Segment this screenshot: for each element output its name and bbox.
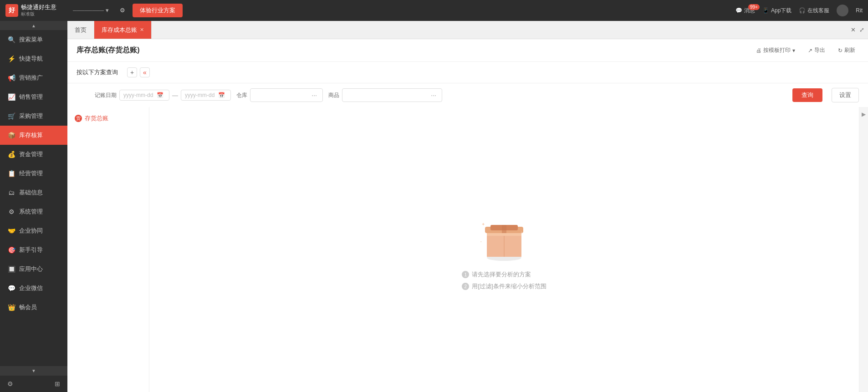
flash-icon: ⚡ [7, 55, 15, 63]
cart-icon: 🛒 [7, 112, 15, 120]
printer-icon: 🖨 [756, 47, 761, 54]
print-btn[interactable]: 🖨 按模板打印 ▾ [752, 45, 799, 56]
goods-filter-field: 商品 ··· [328, 88, 442, 102]
svg-text:✦: ✦ [481, 222, 485, 227]
sidebar-item-label: 快捷导航 [19, 55, 43, 63]
scheme-item-stock-total[interactable]: 货 存货总账 [67, 111, 149, 126]
clipboard-icon: 📋 [7, 169, 15, 178]
svg-text:✦: ✦ [520, 230, 523, 234]
message-icon: 💬 [735, 7, 742, 14]
refresh-btn[interactable]: ↻ 刷新 [834, 45, 859, 56]
sidebar-settings-btn[interactable]: ⚙ [7, 380, 13, 387]
sidebar-item-search[interactable]: 🔍 搜索菜单 [0, 30, 67, 49]
sidebar: ▲ 🔍 搜索菜单 ⚡ 快捷导航 📢 营销推广 📈 销售管理 🛒 采购管理 [0, 21, 67, 392]
sidebar-item-system[interactable]: ⚙ 系统管理 [0, 202, 67, 221]
export-label: 导出 [814, 46, 825, 54]
sidebar-item-cooperation[interactable]: 🤝 企业协同 [0, 221, 67, 240]
goods-label: 商品 [328, 92, 339, 99]
sidebar-item-vip[interactable]: 👑 畅会员 [0, 298, 67, 317]
svg-text:•: • [480, 240, 482, 243]
sidebar-item-guide[interactable]: 🎯 新手引导 [0, 240, 67, 260]
page-close-right[interactable]: ✕ ⤢ [847, 26, 868, 33]
sidebar-item-label: 搜索菜单 [19, 36, 43, 44]
logo-main-text: 畅捷通好生意 [21, 4, 56, 11]
chart-icon: 📈 [7, 93, 15, 101]
close-icon: ✕ [851, 26, 856, 33]
top-header: 好 畅捷通好生意 标准版 ──────── ▾ ⚙ 体验行业方案 💬 消息 99… [0, 0, 868, 21]
sidebar-item-label: 采购管理 [19, 112, 43, 120]
sidebar-item-marketing[interactable]: 📢 营销推广 [0, 68, 67, 87]
empty-state: ✦ ✦ • 1 请先选择要分析的方案 [462, 209, 546, 290]
industry-btn[interactable]: 体验行业方案 [133, 4, 183, 17]
logo-area: 好 畅捷通好生意 标准版 [5, 4, 56, 18]
phone-icon: 📱 [762, 7, 769, 14]
calendar-icon: 📅 [157, 92, 163, 98]
chevron-down-icon: ▾ [106, 7, 109, 14]
sidebar-item-apps[interactable]: 🔲 应用中心 [0, 260, 67, 279]
nav-selector[interactable]: ──────── ▾ [69, 5, 112, 15]
tab-home-label: 首页 [75, 26, 87, 34]
warehouse-select[interactable]: ··· [250, 88, 323, 102]
date-separator: — [172, 92, 178, 99]
content-area: 首页 库存成本总账 ✕ ✕ ⤢ 库存总账(存货总账) 🖨 按模板打印 ▾ [67, 21, 868, 392]
message-badge: 99+ [748, 4, 760, 10]
sidebar-expand-btn[interactable]: ⊞ [55, 380, 60, 387]
empty-step2: 2 用[过滤]条件来缩小分析范围 [462, 282, 546, 290]
nav-selector-text: ──────── [73, 7, 104, 14]
filter-label: 按以下方案查询 [77, 68, 118, 76]
sidebar-item-sales[interactable]: 📈 销售管理 [0, 87, 67, 107]
setting-btn[interactable]: 设置 [832, 88, 859, 102]
gear-icon: ⚙ [7, 208, 15, 216]
tab-home[interactable]: 首页 [67, 21, 94, 39]
sidebar-items: 🔍 搜索菜单 ⚡ 快捷导航 📢 营销推广 📈 销售管理 🛒 采购管理 📦 [0, 30, 67, 366]
wechat-icon: 💬 [7, 284, 15, 292]
ellipsis-goods-icon[interactable]: ··· [429, 91, 438, 100]
date-end-placeholder: yyyy-mm-dd [185, 92, 214, 98]
sidebar-item-label: 新手引导 [19, 246, 43, 254]
right-panel-collapse-btn[interactable]: ▶ [860, 111, 868, 118]
online-support-label: 在线客服 [807, 7, 829, 15]
page-actions: 🖨 按模板打印 ▾ ↗ 导出 ↻ 刷新 [752, 45, 859, 56]
sidebar-item-quick-nav[interactable]: ⚡ 快捷导航 [0, 49, 67, 68]
refresh-label: 刷新 [844, 46, 855, 54]
headset-icon: 🎧 [799, 7, 806, 14]
date-end-input[interactable]: yyyy-mm-dd 📅 [181, 90, 231, 101]
target-icon: 🎯 [7, 246, 15, 254]
date-start-input[interactable]: yyyy-mm-dd 📅 [119, 90, 169, 101]
sidebar-item-label: 基础信息 [19, 188, 43, 197]
ellipsis-icon[interactable]: ··· [310, 91, 319, 100]
tab-close-icon[interactable]: ✕ [140, 27, 144, 33]
search-icon: 🔍 [7, 36, 15, 44]
calendar-icon-end: 📅 [218, 92, 225, 98]
online-support-btn[interactable]: 🎧 在线客服 [799, 7, 829, 15]
header-nav-area: ──────── ▾ ⚙ 体验行业方案 [60, 4, 192, 17]
sidebar-scroll-up[interactable]: ▲ [0, 21, 67, 30]
sidebar-item-label: 营销推广 [19, 74, 43, 82]
crown-icon: 👑 [7, 303, 15, 311]
user-avatar[interactable] [837, 5, 848, 16]
page-header: 库存总账(存货总账) 🖨 按模板打印 ▾ ↗ 导出 ↻ 刷新 [67, 39, 868, 62]
tab-inventory-ledger[interactable]: 库存成本总账 ✕ [94, 21, 152, 39]
sidebar-scroll-down[interactable]: ▼ [0, 366, 67, 375]
sidebar-item-inventory[interactable]: 📦 库存核算 [0, 126, 67, 145]
message-btn[interactable]: 💬 消息 99+ [735, 7, 755, 15]
scheme-icon: 货 [75, 115, 82, 122]
sidebar-item-wechat[interactable]: 💬 企业微信 [0, 279, 67, 298]
folder-icon: 🗂 [7, 188, 15, 197]
sidebar-item-label: 企业协同 [19, 227, 43, 235]
sidebar-item-basic[interactable]: 🗂 基础信息 [0, 183, 67, 202]
filter-actions: + « [127, 67, 150, 77]
settings-icon[interactable]: ⚙ [116, 4, 129, 17]
export-btn[interactable]: ↗ 导出 [804, 45, 829, 56]
goods-select[interactable]: ··· [342, 88, 442, 102]
sidebar-item-finance[interactable]: 💰 资金管理 [0, 145, 67, 164]
sidebar-item-operation[interactable]: 📋 经营管理 [0, 164, 67, 183]
sidebar-item-purchase[interactable]: 🛒 采购管理 [0, 107, 67, 126]
app-download-btn[interactable]: 📱 App下载 [762, 7, 791, 15]
query-btn[interactable]: 查询 [792, 88, 822, 102]
sidebar-item-label: 畅会员 [19, 303, 37, 311]
filter-collapse-btn[interactable]: « [140, 67, 150, 77]
step1-circle: 1 [462, 271, 469, 278]
filter-add-btn[interactable]: + [127, 67, 137, 77]
date-start-placeholder: yyyy-mm-dd [123, 92, 153, 98]
